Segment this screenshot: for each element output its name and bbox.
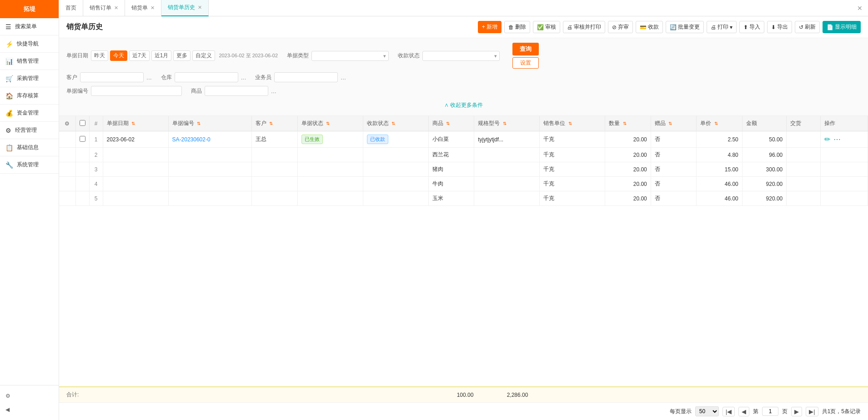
doc-no-input[interactable] xyxy=(91,86,182,96)
sidebar-item-sales-mgmt[interactable]: 📊 销售管理 xyxy=(0,53,59,70)
row-doc-no xyxy=(168,162,252,177)
select-all-checkbox[interactable] xyxy=(80,120,85,126)
next-page-button[interactable]: ▶ xyxy=(791,407,802,416)
row-quantity: 20.00 xyxy=(605,162,651,177)
warehouse-dots[interactable]: ... xyxy=(241,74,246,81)
import-button[interactable]: ⬆ 导入 xyxy=(739,21,764,33)
date-btn-yesterday[interactable]: 昨天 xyxy=(91,50,108,61)
column-quantity[interactable]: 数量 ⇅ xyxy=(605,116,651,131)
tab-home[interactable]: 首页 xyxy=(59,0,83,16)
sidebar-item-quick-nav[interactable]: ⚡ 快捷导航 xyxy=(0,35,59,53)
date-btn-today[interactable]: 今天 xyxy=(110,50,127,61)
warehouse-input[interactable] xyxy=(175,72,238,82)
sidebar-collapse-btn[interactable]: ◀ xyxy=(0,403,59,416)
sort-spec-type-icon[interactable]: ⇅ xyxy=(503,121,507,126)
sidebar-item-inventory-calc[interactable]: 🏠 库存核算 xyxy=(0,87,59,105)
sort-doc-date-icon[interactable]: ⇅ xyxy=(131,121,135,126)
sidebar-item-finance-mgmt[interactable]: 💰 资金管理 xyxy=(0,105,59,122)
sort-sales-unit-icon[interactable]: ⇅ xyxy=(568,121,572,126)
sort-gift-icon[interactable]: ⇅ xyxy=(668,121,672,126)
edit-action-icon[interactable]: ✏ xyxy=(824,135,830,143)
column-doc-status[interactable]: 单据状态 ⇅ xyxy=(297,116,363,131)
row-num-cell: 2 xyxy=(89,148,103,162)
goods-input[interactable] xyxy=(205,86,268,96)
tab-sales-history[interactable]: 销货单历史 ✕ xyxy=(161,0,209,16)
sort-doc-status-icon[interactable]: ⇅ xyxy=(326,121,330,126)
date-btn-7days[interactable]: 近7天 xyxy=(129,50,150,61)
row-doc-date xyxy=(103,148,168,162)
finance-icon: 💰 xyxy=(5,110,13,117)
date-btn-1month[interactable]: 近1月 xyxy=(151,50,172,61)
sidebar-item-operations-mgmt[interactable]: ⚙ 经营管理 xyxy=(0,122,59,139)
first-page-button[interactable]: |◀ xyxy=(722,407,735,416)
column-gift[interactable]: 赠品 ⇅ xyxy=(651,116,696,131)
goods-dots[interactable]: ... xyxy=(271,87,276,95)
tab-sales-order-close[interactable]: ✕ xyxy=(114,5,118,11)
sidebar-item-system-mgmt[interactable]: 🔧 系统管理 xyxy=(0,156,59,174)
audit-button[interactable]: ✅ 审核 xyxy=(533,21,560,33)
more-action-icon[interactable]: ⋯ xyxy=(833,135,841,143)
row-collect-status xyxy=(363,191,428,206)
doc-type-select[interactable] xyxy=(311,51,389,61)
date-btn-custom[interactable]: 自定义 xyxy=(192,50,215,61)
sort-customer-icon[interactable]: ⇅ xyxy=(269,121,273,126)
column-doc-no[interactable]: 单据编号 ⇅ xyxy=(168,116,252,131)
column-goods[interactable]: 商品 ⇅ xyxy=(428,116,474,131)
row-customer xyxy=(252,148,297,162)
close-all-tabs-button[interactable]: ✕ xyxy=(852,5,868,12)
export-button[interactable]: ⬇ 导出 xyxy=(767,21,792,33)
audit-print-button[interactable]: 🖨 审核并打印 xyxy=(563,21,605,33)
customer-input[interactable] xyxy=(80,72,144,82)
sort-goods-icon[interactable]: ⇅ xyxy=(446,121,450,126)
sort-collect-status-icon[interactable]: ⇅ xyxy=(391,121,395,126)
customer-dots[interactable]: ... xyxy=(146,74,152,81)
tab-sales-goods-close[interactable]: ✕ xyxy=(151,5,155,11)
tab-sales-history-close[interactable]: ✕ xyxy=(198,5,202,10)
column-customer[interactable]: 客户 ⇅ xyxy=(252,116,297,131)
collect-status-select[interactable] xyxy=(422,51,500,61)
batch-change-button[interactable]: 🔄 批量变更 xyxy=(666,21,704,33)
tab-home-label: 首页 xyxy=(65,4,76,12)
column-sales-unit[interactable]: 销售单位 ⇅ xyxy=(540,116,605,131)
setting-button[interactable]: 设置 xyxy=(512,57,539,69)
sidebar-item-search-menu[interactable]: ☰ 搜索菜单 xyxy=(0,18,59,35)
date-filter-options: 昨天 今天 近7天 近1月 更多 自定义 2023-06-02 至 2023-0… xyxy=(91,50,278,61)
page-title: 销货单历史 xyxy=(66,22,103,32)
tab-sales-order-label: 销售订单 xyxy=(90,4,111,12)
sidebar-bottom-settings[interactable]: ⚙ xyxy=(0,389,59,403)
column-unit-price[interactable]: 单价 ⇅ xyxy=(697,116,742,131)
collect-button[interactable]: 💳 收款 xyxy=(636,21,663,33)
warehouse-label: 仓库 xyxy=(161,74,172,81)
column-doc-date[interactable]: 单据日期 ⇅ xyxy=(103,116,168,131)
salesperson-dots[interactable]: ... xyxy=(341,74,346,81)
sort-unit-price-icon[interactable]: ⇅ xyxy=(714,121,718,126)
sort-quantity-icon[interactable]: ⇅ xyxy=(623,121,627,126)
column-settings[interactable]: ⚙ xyxy=(59,116,75,131)
row-num-cell: 1 xyxy=(89,131,103,148)
new-button[interactable]: + 新增 xyxy=(478,21,502,33)
delete-button[interactable]: 🗑 删除 xyxy=(504,21,530,33)
print-button[interactable]: 🖨 打印 ▾ xyxy=(707,21,737,33)
query-button[interactable]: 查询 xyxy=(512,43,539,55)
column-collect-status[interactable]: 收款状态 ⇅ xyxy=(363,116,428,131)
show-detail-button[interactable]: 📄 显示明细 xyxy=(823,21,861,33)
tab-sales-order[interactable]: 销售订单 ✕ xyxy=(83,0,125,16)
last-page-button[interactable]: ▶| xyxy=(806,407,818,416)
column-collect-status-label: 收款状态 xyxy=(367,120,389,126)
page-size-select[interactable]: 50 xyxy=(695,406,719,416)
sidebar-item-purchase-mgmt[interactable]: 🛒 采购管理 xyxy=(0,70,59,87)
date-btn-more[interactable]: 更多 xyxy=(173,50,191,61)
column-spec-type[interactable]: 规格型号 ⇅ xyxy=(474,116,540,131)
sidebar-item-basic-info[interactable]: 📋 基础信息 xyxy=(0,139,59,156)
collapse-more-filter[interactable]: ∧ 收起更多条件 xyxy=(66,100,861,111)
prev-page-button[interactable]: ◀ xyxy=(738,407,749,416)
abandon-button[interactable]: ⊘ 弃审 xyxy=(608,21,633,33)
salesperson-input[interactable] xyxy=(274,72,338,82)
refresh-button[interactable]: ↺ 刷新 xyxy=(795,21,820,33)
sort-doc-no-icon[interactable]: ⇅ xyxy=(197,121,201,126)
row-checkbox[interactable] xyxy=(80,136,85,142)
row-goods: 玉米 xyxy=(428,191,474,206)
tab-sales-goods[interactable]: 销货单 ✕ xyxy=(125,0,161,16)
doc-type-select-wrap xyxy=(311,51,389,61)
page-number-input[interactable] xyxy=(762,407,778,416)
